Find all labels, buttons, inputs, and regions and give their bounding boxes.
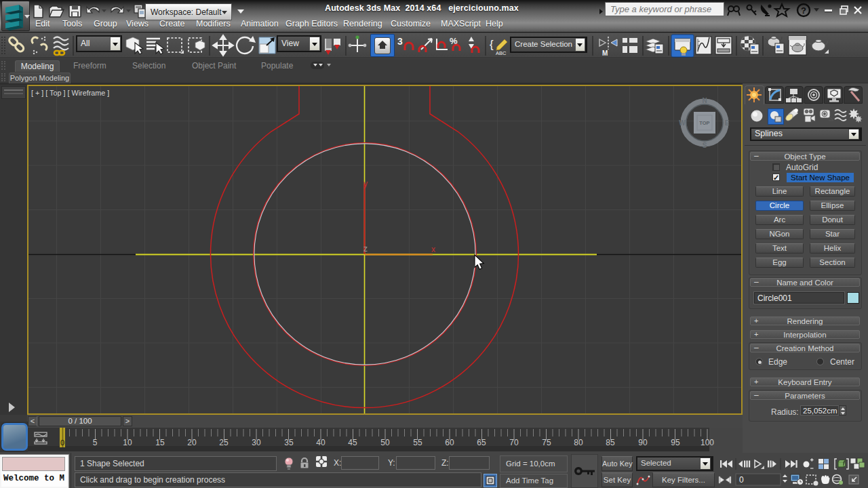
svg-text:60: 60 xyxy=(445,438,454,447)
svg-text:30: 30 xyxy=(252,438,261,447)
svg-text:80: 80 xyxy=(574,438,583,447)
svg-text:95: 95 xyxy=(671,438,680,447)
svg-text:0: 0 xyxy=(60,439,64,447)
svg-text:TOP: TOP xyxy=(699,120,709,126)
svg-text:{: { xyxy=(490,38,494,51)
svg-text:20: 20 xyxy=(187,438,197,447)
svg-text:M: M xyxy=(602,49,608,57)
svg-text:S: S xyxy=(703,142,707,149)
svg-text:x: x xyxy=(431,245,435,254)
svg-text:55: 55 xyxy=(413,438,422,447)
svg-text:W: W xyxy=(679,119,686,127)
svg-text:3: 3 xyxy=(397,36,403,47)
svg-text:85: 85 xyxy=(606,438,615,447)
svg-text:50: 50 xyxy=(380,438,390,447)
svg-text:E: E xyxy=(725,119,730,127)
svg-text:[ + ] [ Top ] [ Wireframe ]: [ + ] [ Top ] [ Wireframe ] xyxy=(31,89,109,97)
svg-text:45: 45 xyxy=(348,438,357,447)
svg-text:40: 40 xyxy=(316,438,326,447)
svg-text:75: 75 xyxy=(542,438,551,447)
svg-text:N: N xyxy=(702,97,707,104)
svg-text:65: 65 xyxy=(477,438,486,447)
svg-text:70: 70 xyxy=(509,438,519,447)
svg-text:90: 90 xyxy=(638,438,648,447)
svg-text:ABC: ABC xyxy=(496,50,507,56)
svg-text:z: z xyxy=(363,244,368,253)
svg-text:25: 25 xyxy=(219,438,229,447)
svg-text:0: 0 xyxy=(739,475,744,485)
svg-text:?: ? xyxy=(801,5,806,16)
svg-text:10: 10 xyxy=(123,438,132,447)
svg-text:5: 5 xyxy=(93,438,98,447)
svg-text:15: 15 xyxy=(155,438,165,447)
svg-text:100: 100 xyxy=(701,438,714,447)
svg-text:y: y xyxy=(363,179,368,188)
svg-text:35: 35 xyxy=(284,438,294,447)
